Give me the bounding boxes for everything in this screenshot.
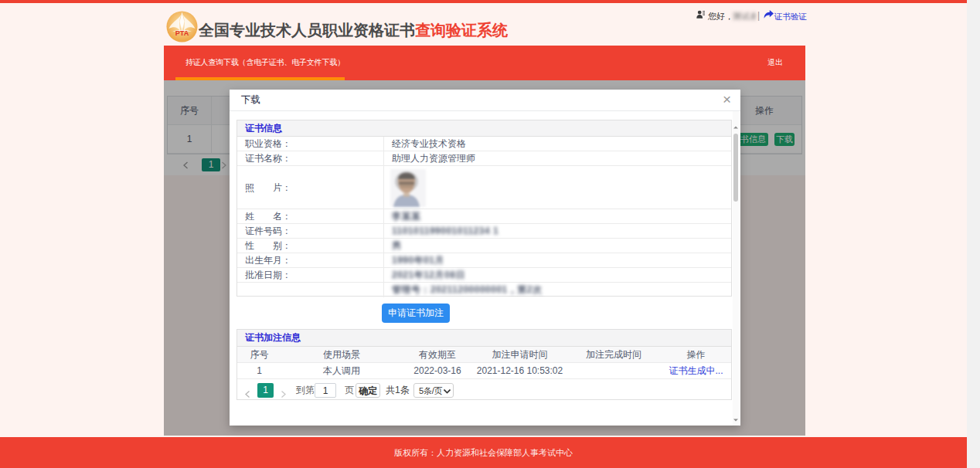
svg-text:PTA: PTA	[175, 29, 189, 37]
